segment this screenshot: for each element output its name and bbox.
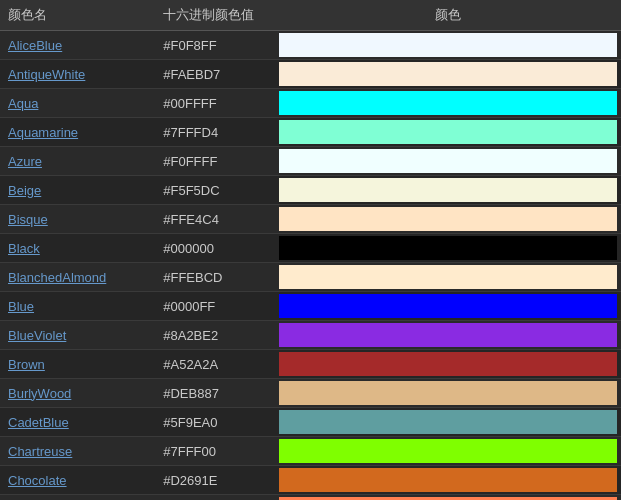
color-swatch-cell [275, 263, 621, 292]
main-container: 颜色名 十六进制颜色值 颜色 AliceBlue#F0F8FFAntiqueWh… [0, 0, 621, 500]
color-name[interactable]: BlanchedAlmond [0, 263, 155, 292]
table-row: BlanchedAlmond#FFEBCD [0, 263, 621, 292]
color-hex: #F0F8FF [155, 31, 274, 60]
color-name[interactable]: Brown [0, 350, 155, 379]
table-row: Brown#A52A2A [0, 350, 621, 379]
color-hex: #FAEBD7 [155, 60, 274, 89]
color-swatch [279, 352, 617, 376]
color-swatch [279, 33, 617, 57]
color-name[interactable]: Black [0, 234, 155, 263]
color-name[interactable]: Bisque [0, 205, 155, 234]
color-swatch-cell [275, 60, 621, 89]
color-swatch-cell [275, 350, 621, 379]
table-row: Aqua#00FFFF [0, 89, 621, 118]
color-swatch-cell [275, 234, 621, 263]
color-swatch-cell [275, 321, 621, 350]
color-hex: #F5F5DC [155, 176, 274, 205]
color-hex: #00FFFF [155, 89, 274, 118]
color-swatch-cell [275, 437, 621, 466]
color-swatch [279, 91, 617, 115]
color-swatch-cell [275, 292, 621, 321]
color-hex: #5F9EA0 [155, 408, 274, 437]
color-swatch-cell [275, 408, 621, 437]
header-color: 颜色 [275, 0, 621, 31]
color-hex: #F0FFFF [155, 147, 274, 176]
color-name[interactable]: BlueViolet [0, 321, 155, 350]
color-name[interactable]: AntiqueWhite [0, 60, 155, 89]
color-swatch [279, 265, 617, 289]
table-row: Chartreuse#7FFF00 [0, 437, 621, 466]
color-swatch [279, 207, 617, 231]
color-swatch [279, 439, 617, 463]
color-hex: #FFEBCD [155, 263, 274, 292]
header-hex: 十六进制颜色值 [155, 0, 274, 31]
color-swatch-cell [275, 379, 621, 408]
table-row: BurlyWood#DEB887 [0, 379, 621, 408]
table-row: AliceBlue#F0F8FF [0, 31, 621, 60]
color-swatch [279, 236, 617, 260]
color-swatch [279, 381, 617, 405]
color-name[interactable]: CadetBlue [0, 408, 155, 437]
header-name: 颜色名 [0, 0, 155, 31]
table-header-row: 颜色名 十六进制颜色值 颜色 [0, 0, 621, 31]
color-swatch [279, 323, 617, 347]
color-swatch-cell [275, 89, 621, 118]
color-hex: #0000FF [155, 292, 274, 321]
color-name[interactable]: Beige [0, 176, 155, 205]
color-swatch-cell [275, 495, 621, 501]
color-name[interactable]: BurlyWood [0, 379, 155, 408]
color-swatch-cell [275, 176, 621, 205]
table-row: Chocolate#D2691E [0, 466, 621, 495]
table-row: Coral#FF7F50 [0, 495, 621, 501]
color-swatch-cell [275, 147, 621, 176]
color-hex: #8A2BE2 [155, 321, 274, 350]
color-hex: #FFE4C4 [155, 205, 274, 234]
color-swatch-cell [275, 205, 621, 234]
color-swatch-cell [275, 466, 621, 495]
table-row: CadetBlue#5F9EA0 [0, 408, 621, 437]
color-hex: #7FFF00 [155, 437, 274, 466]
color-name[interactable]: Chartreuse [0, 437, 155, 466]
color-name[interactable]: AliceBlue [0, 31, 155, 60]
table-row: Blue#0000FF [0, 292, 621, 321]
color-name[interactable]: Aquamarine [0, 118, 155, 147]
color-table: 颜色名 十六进制颜色值 颜色 AliceBlue#F0F8FFAntiqueWh… [0, 0, 621, 500]
color-name[interactable]: Aqua [0, 89, 155, 118]
color-hex: #FF7F50 [155, 495, 274, 501]
color-name[interactable]: Coral [0, 495, 155, 501]
color-name[interactable]: Azure [0, 147, 155, 176]
table-row: Beige#F5F5DC [0, 176, 621, 205]
table-row: Aquamarine#7FFFD4 [0, 118, 621, 147]
table-row: Bisque#FFE4C4 [0, 205, 621, 234]
color-swatch [279, 62, 617, 86]
color-swatch [279, 294, 617, 318]
color-swatch-cell [275, 31, 621, 60]
color-swatch [279, 178, 617, 202]
color-swatch-cell [275, 118, 621, 147]
color-hex: #D2691E [155, 466, 274, 495]
table-row: AntiqueWhite#FAEBD7 [0, 60, 621, 89]
color-swatch [279, 149, 617, 173]
color-name[interactable]: Blue [0, 292, 155, 321]
table-row: Black#000000 [0, 234, 621, 263]
color-hex: #7FFFD4 [155, 118, 274, 147]
color-swatch [279, 410, 617, 434]
color-name[interactable]: Chocolate [0, 466, 155, 495]
color-swatch [279, 120, 617, 144]
color-hex: #000000 [155, 234, 274, 263]
color-hex: #DEB887 [155, 379, 274, 408]
table-row: Azure#F0FFFF [0, 147, 621, 176]
color-swatch [279, 468, 617, 492]
table-row: BlueViolet#8A2BE2 [0, 321, 621, 350]
color-hex: #A52A2A [155, 350, 274, 379]
